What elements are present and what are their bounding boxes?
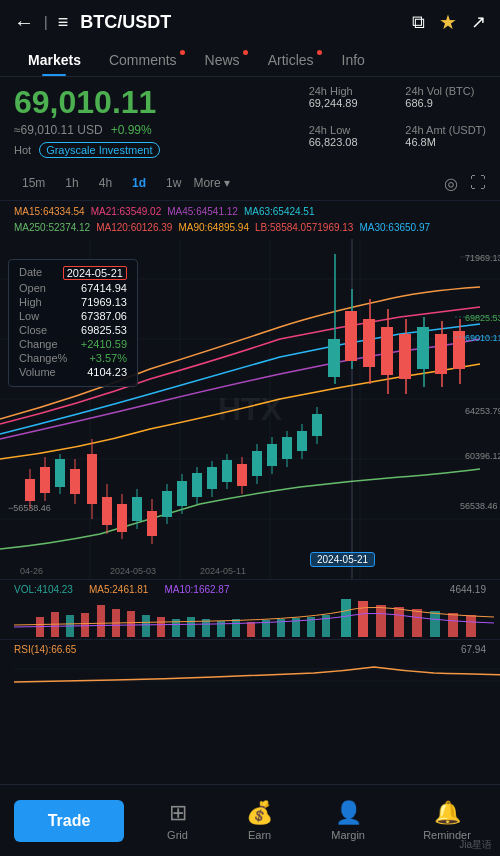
price-usd: ≈69,010.11 USD [14,123,103,137]
svg-rect-32 [192,473,202,497]
eye-icon[interactable]: ◎ [444,174,458,193]
svg-rect-46 [297,431,307,451]
svg-rect-30 [177,481,187,506]
margin-icon: 👤 [335,800,362,826]
time-1h[interactable]: 1h [57,172,86,194]
svg-rect-24 [132,497,142,521]
svg-rect-105 [448,613,458,637]
svg-rect-53 [345,311,357,361]
fullscreen-icon[interactable]: ⛶ [470,174,486,192]
svg-rect-83 [97,605,105,637]
ma45: MA45:64541.12 [167,204,238,220]
svg-rect-89 [187,617,195,637]
chart-tooltip: Date 2024-05-21 Open 67414.94 High 71969… [8,259,138,387]
time-1w[interactable]: 1w [158,172,189,194]
svg-rect-26 [147,511,157,536]
earn-icon: 💰 [246,800,273,826]
bottom-nav: Trade ⊞ Grid 💰 Earn 👤 Margin 🔔 Reminder … [0,784,500,856]
volume-section: VOL:4104.23 MA5:2461.81 MA10:1662.87 464… [0,579,500,639]
time-more[interactable]: More ▾ [193,176,230,190]
header-icons: ⧉ ★ ↗ [412,10,486,34]
nav-earn[interactable]: 💰 Earn [246,800,273,841]
menu-button[interactable]: ≡ [58,12,69,33]
ma90: MA90:64895.94 [178,220,249,236]
ma5-label: MA5:2461.81 [89,584,149,595]
grayscale-tag[interactable]: Grayscale Investment [39,142,159,158]
comments-dot [180,50,185,55]
price-right: 24h High 69,244.89 24h Vol (BTC) 686.9 2… [309,85,486,158]
nav-grid[interactable]: ⊞ Grid [167,800,188,841]
hot-tag: Hot [14,144,31,156]
tooltip-volume: Volume 4104.23 [19,366,127,378]
back-button[interactable]: ← [14,11,34,34]
svg-rect-57 [381,327,393,375]
trade-button[interactable]: Trade [14,800,124,842]
nav-margin[interactable]: 👤 Margin [331,800,365,841]
svg-rect-38 [237,464,247,486]
svg-rect-44 [282,437,292,459]
page-title: BTC/USDT [80,12,404,33]
price-sub: ≈69,010.11 USD +0.99% [14,123,293,137]
star-icon[interactable]: ★ [439,10,457,34]
share-icon[interactable]: ↗ [471,11,486,33]
svg-rect-55 [363,319,375,367]
tab-articles[interactable]: Articles [254,44,328,76]
copy-icon[interactable]: ⧉ [412,12,425,33]
time-1d[interactable]: 1d [124,172,154,194]
tooltip-change: Change +2410.59 [19,338,127,350]
svg-text:04-26: 04-26 [20,566,43,576]
svg-rect-100 [358,601,368,637]
svg-rect-28 [162,491,172,517]
tooltip-date-value: 2024-05-21 [63,266,127,280]
amt-usdt-stat: 24h Amt (USDT) 46.8M [405,124,486,159]
tooltip-low: Low 67387.06 [19,310,127,322]
ma30: MA30:63650.97 [359,220,430,236]
volume-labels: VOL:4104.23 MA5:2461.81 MA10:1662.87 464… [14,582,486,597]
tooltip-date: Date 2024-05-21 [19,266,127,280]
svg-rect-59 [399,334,411,379]
chart-date-label: 2024-05-21 [310,552,375,567]
articles-dot [317,50,322,55]
svg-rect-92 [232,619,240,637]
svg-rect-50 [328,339,340,377]
time-4h[interactable]: 4h [91,172,120,194]
rsi-label: RSI(14):66.65 [14,644,76,655]
lb-indicator: LB:58584.0571969.13 [255,220,353,236]
volume-bars [14,597,500,637]
ma63: MA63:65424.51 [244,204,315,220]
svg-rect-10 [25,479,35,501]
nav-reminder[interactable]: 🔔 Reminder [423,800,471,841]
svg-rect-87 [157,617,165,637]
svg-text:2024-05-11: 2024-05-11 [200,566,246,576]
tooltip-changepct: Change% +3.57% [19,352,127,364]
tooltip-open: Open 67414.94 [19,282,127,294]
tab-comments[interactable]: Comments [95,44,191,76]
price-section: 69,010.11 ≈69,010.11 USD +0.99% Hot Gray… [0,77,500,166]
svg-rect-36 [222,460,232,482]
svg-rect-103 [412,609,422,637]
svg-rect-20 [102,497,112,525]
svg-rect-65 [453,331,465,369]
main-price: 69,010.11 [14,85,293,120]
news-dot [243,50,248,55]
chart-container[interactable]: 04-26 2024-05-03 2024-05-11 71969.13 698… [0,239,500,579]
svg-rect-34 [207,467,217,489]
rsi-chart [14,657,500,692]
rsi-right: 67.94 [461,644,486,655]
ma15: MA15:64334.54 [14,204,85,220]
nav-items: ⊞ Grid 💰 Earn 👤 Margin 🔔 Reminder [138,800,500,841]
tab-markets[interactable]: Markets [14,44,95,76]
svg-rect-40 [252,451,262,476]
svg-rect-99 [341,599,351,637]
ma250: MA250:52374.12 [14,220,90,236]
svg-rect-104 [430,611,440,637]
tab-news[interactable]: News [191,44,254,76]
svg-rect-93 [247,622,255,637]
svg-rect-85 [127,611,135,637]
earn-label: Earn [248,829,271,841]
header: ← | ≡ BTC/USDT ⧉ ★ ↗ [0,0,500,44]
bottom-watermark: Jia星语 [459,838,492,852]
svg-rect-106 [466,615,476,637]
tab-info[interactable]: Info [328,44,379,76]
time-15m[interactable]: 15m [14,172,53,194]
